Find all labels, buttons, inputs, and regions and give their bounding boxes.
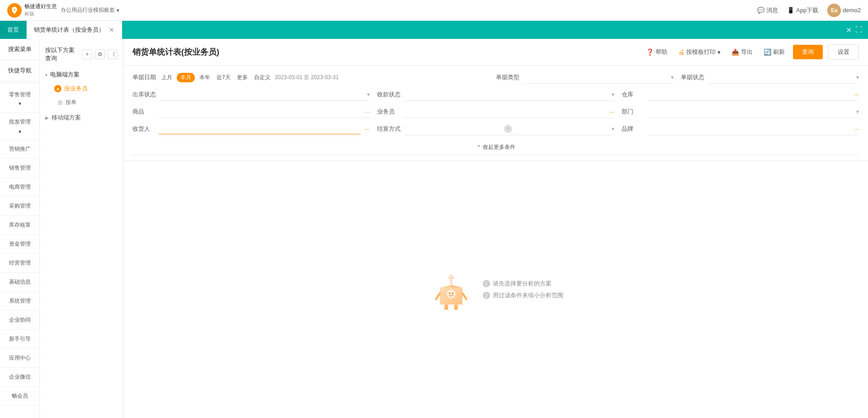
- goods-select[interactable]: ···: [159, 105, 370, 118]
- top-bar-right: 💬 消息 📱 App下载 Ea demo2: [757, 4, 861, 17]
- sidebar-item-purchase[interactable]: 采购管理: [0, 197, 39, 216]
- goods-dots[interactable]: ···: [364, 108, 370, 115]
- receiver-dots[interactable]: ···: [364, 125, 370, 133]
- out-status-select[interactable]: ▾: [160, 88, 370, 101]
- sidebar-item-marketing[interactable]: 营销推广: [0, 140, 39, 159]
- settle-clear-btn[interactable]: ✕: [504, 125, 512, 133]
- tab-sales-stats[interactable]: 销货单统计表（按业务员） ✕: [27, 21, 122, 39]
- settings-scheme-btn[interactable]: ⚙: [95, 49, 105, 59]
- date-filter-options: 上月 本月 本年 近7天 更多 自定义 2023-03-01 至 2023-03…: [160, 73, 489, 82]
- dept-select[interactable]: ▾: [648, 105, 859, 118]
- sidebar-item-sales[interactable]: 销售管理: [0, 159, 39, 178]
- receiver-label: 收货人: [132, 125, 155, 133]
- app-dropdown-btn[interactable]: 办公用品行业模拟账套 ▾: [61, 6, 119, 14]
- filter-warehouse: 仓库 ···: [622, 88, 859, 101]
- sidebar-item-collab[interactable]: 企业协同: [0, 311, 39, 330]
- sidebar-item-member[interactable]: 畅会员: [0, 387, 39, 406]
- user-profile-btn[interactable]: Ea demo2: [827, 4, 861, 17]
- export-btn[interactable]: 📤 导出: [729, 46, 755, 58]
- logo-text: 畅捷通好生意: [24, 3, 57, 10]
- avatar: Ea: [827, 4, 841, 17]
- scheme-item-by-bill[interactable]: ⊞ 按单: [40, 96, 123, 109]
- date-btn-this-year[interactable]: 本年: [198, 73, 212, 82]
- staff-select[interactable]: ···: [403, 105, 614, 118]
- sidebar-item-retail[interactable]: 零售管理 ▾: [0, 86, 39, 113]
- warehouse-select[interactable]: ···: [648, 88, 859, 101]
- system-label: 系统管理: [9, 297, 31, 305]
- page-actions: ❓ 帮助 🖨 按模板打印 ▾ 📤 导出 🔄: [643, 44, 859, 60]
- sidebar-item-quicknav[interactable]: 快捷导航: [0, 60, 39, 81]
- filter-row-1: 单据日期 上月 本月 本年 近7天 更多 自定义 2023-03-01 至 20…: [132, 71, 859, 84]
- empty-tip-1: 1 请先选择要分析的方案: [483, 280, 563, 288]
- main-layout: 搜索菜单 快捷导航 零售管理 ▾ 批发管理 ▴ 营销推广 销售管理 电商管理 采…: [0, 39, 868, 418]
- marketing-label: 营销推广: [9, 145, 31, 153]
- top-bar: 畅捷通好生意 标版 办公用品行业模拟账套 ▾ 💬 消息 📱 App下载 Ea d…: [0, 0, 868, 21]
- message-btn[interactable]: 💬 消息: [757, 6, 778, 14]
- staff-label: 业务员: [377, 108, 400, 116]
- svg-rect-6: [444, 304, 448, 310]
- tab-home[interactable]: 首页: [0, 21, 27, 39]
- settle-select[interactable]: ✕ ▾: [404, 123, 614, 135]
- brand-label: 品牌: [622, 125, 644, 133]
- receiver-input[interactable]: [159, 124, 361, 134]
- sidebar-item-wechat[interactable]: 企业微信: [0, 368, 39, 387]
- collect-status-select[interactable]: ▾: [404, 88, 614, 101]
- brand-dots[interactable]: ···: [854, 125, 859, 133]
- tab-close-all-btn[interactable]: ✕: [846, 26, 852, 34]
- svg-point-5: [452, 293, 453, 294]
- filter-receiver: 收货人 ···: [132, 124, 370, 134]
- svg-line-8: [436, 293, 439, 299]
- staff-dots[interactable]: ···: [609, 108, 614, 115]
- date-btn-more[interactable]: 更多: [235, 73, 250, 82]
- sidebar-item-search[interactable]: 搜索菜单: [0, 39, 39, 60]
- date-btn-this-month[interactable]: 本月: [177, 73, 195, 82]
- collect-status-label: 收款状态: [377, 90, 401, 99]
- date-btn-last-month[interactable]: 上月: [160, 73, 174, 82]
- filter-date: 单据日期 上月 本月 本年 近7天 更多 自定义 2023-03-01 至 20…: [132, 73, 489, 82]
- pc-scheme-group: ▾ 电脑端方案 ● 按业务员 ⊞ 按单: [40, 66, 123, 111]
- warehouse-dots[interactable]: ···: [854, 91, 859, 98]
- add-scheme-btn[interactable]: +: [82, 49, 92, 59]
- dept-label: 部门: [622, 108, 644, 116]
- tab-bar: 首页 销货单统计表（按业务员） ✕ ✕ ⛶: [0, 21, 868, 39]
- tab-fullscreen-btn[interactable]: ⛶: [855, 26, 863, 34]
- sidebar-item-ecommerce[interactable]: 电商管理: [0, 178, 39, 197]
- date-btn-custom[interactable]: 自定义: [252, 73, 272, 82]
- date-btn-7days[interactable]: 近7天: [215, 73, 232, 82]
- brand-select[interactable]: ···: [648, 123, 859, 135]
- logo-area[interactable]: 畅捷通好生意 标版: [7, 3, 57, 18]
- collapse-filters-btn[interactable]: ⌃ 收起更多条件: [476, 143, 515, 151]
- filter-row-2: 出库状态 ▾ 收款状态 ▾ 仓库: [132, 88, 859, 101]
- logo-badge: 标版: [24, 10, 57, 17]
- bill-type-chevron-icon: ▾: [671, 74, 674, 81]
- tab-close-btn[interactable]: ✕: [109, 26, 114, 33]
- sidebar-item-newbie[interactable]: 新手引导: [0, 330, 39, 349]
- sidebar-item-wholesale[interactable]: 批发管理 ▴: [0, 113, 39, 140]
- template-print-btn[interactable]: 🖨 按模板打印 ▾: [675, 46, 723, 58]
- sidebar-item-appcenter[interactable]: 应用中心: [0, 349, 39, 368]
- pc-scheme-group-header[interactable]: ▾ 电脑端方案: [40, 68, 123, 81]
- scheme-item-by-staff[interactable]: ● 按业务员: [40, 81, 123, 96]
- sidebar-item-system[interactable]: 系统管理: [0, 292, 39, 311]
- message-icon: 💬: [757, 7, 764, 14]
- mobile-scheme-group[interactable]: ▶ 移动端方案: [40, 111, 123, 124]
- svg-point-4: [449, 293, 450, 294]
- settings-btn[interactable]: 设置: [828, 44, 859, 60]
- date-range-text: 2023-03-01 至 2023-03-31: [275, 74, 339, 81]
- retail-label: 零售管理: [9, 91, 31, 99]
- empty-tips: 1 请先选择要分析的方案 2 用过滤条件来缩小分析范围: [483, 280, 563, 299]
- help-btn[interactable]: ❓ 帮助: [643, 46, 670, 58]
- sidebar-item-basic[interactable]: 基础信息: [0, 273, 39, 292]
- collapse-panel-btn[interactable]: 《: [108, 49, 118, 59]
- bill-status-select[interactable]: ▾: [708, 71, 859, 84]
- sidebar-item-operations[interactable]: 经营管理: [0, 254, 39, 273]
- sidebar-item-inventory[interactable]: 库存核算: [0, 216, 39, 235]
- bill-type-select[interactable]: ▾: [523, 71, 674, 84]
- filter-dept: 部门 ▾: [622, 105, 859, 118]
- app-name-label: 办公用品行业模拟账套: [61, 6, 115, 14]
- query-btn[interactable]: 查询: [793, 45, 823, 59]
- sidebar-item-finance[interactable]: 资金管理: [0, 235, 39, 254]
- app-download-btn[interactable]: 📱 App下载: [787, 6, 818, 14]
- member-label: 畅会员: [12, 392, 28, 400]
- refresh-btn[interactable]: 🔄 刷新: [761, 46, 788, 58]
